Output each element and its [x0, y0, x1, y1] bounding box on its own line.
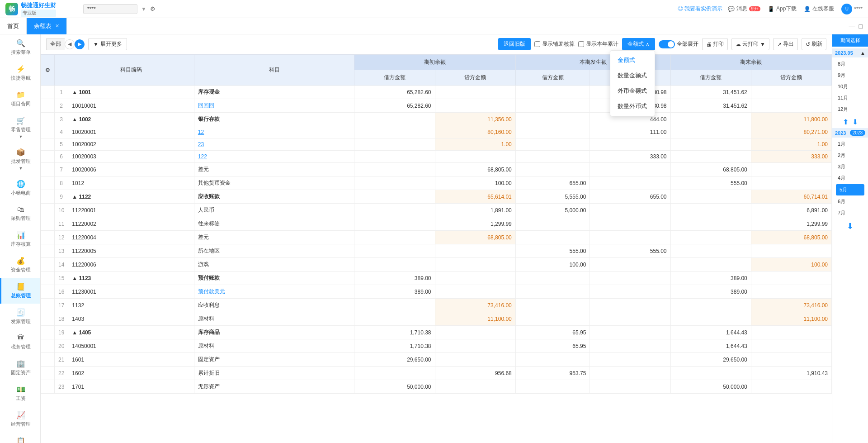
cloud-print-btn[interactable]: ☁ 云打印 ▼ — [731, 38, 769, 50]
online-service-btn[interactable]: 👤 在线客服 — [804, 5, 834, 13]
table-row[interactable]: 5 10020002 23 1.00 1.00 — [41, 138, 832, 151]
toolbar-left: 全部 ◀ ▶ ▼ 展开更多 — [46, 38, 495, 50]
cur-debit-cell — [515, 217, 590, 231]
table-row[interactable]: 15 ▲ 1123 预付账款 389.00 389.00 — [41, 272, 832, 285]
account-name-cell[interactable]: 122 — [194, 151, 354, 163]
table-row[interactable]: 13 11220005 所在地区 555.00 555.00 — [41, 244, 832, 258]
tab-close-icon[interactable]: ✕ — [55, 23, 59, 29]
month-jul[interactable]: 7月 — [834, 207, 866, 219]
table-row[interactable]: 7 10020006 差元 68,805.00 68,805.00 — [41, 163, 832, 176]
sidebar-item-ecommerce[interactable]: 🌐 小畅电商 — [0, 175, 40, 201]
account-name-cell[interactable]: 回回回 — [194, 99, 354, 113]
table-row[interactable]: 20 14050001 原材料 1,710.38 65.95 1,644.43 — [41, 339, 832, 353]
sidebar-item-inventory[interactable]: 📊 库存核算 — [0, 226, 40, 252]
month-jun[interactable]: 6月 — [834, 196, 866, 207]
table-row[interactable]: 22 1602 累计折旧 956.68 953.75 1,910.43 — [41, 367, 832, 380]
sidebar-item-accounting[interactable]: 📒 总账管理 — [0, 278, 40, 304]
cl-credit-cell — [751, 380, 831, 394]
settings-cell — [41, 272, 55, 285]
table-row[interactable]: 3 ▲ 1002 银行存款 11,356.00 444.00 11,800.00 — [41, 113, 832, 126]
table-row[interactable]: 19 ▲ 1405 库存商品 1,710.38 65.95 1,644.43 — [41, 326, 832, 339]
nav-prev-btn[interactable]: ◀ — [65, 39, 75, 49]
search-prefix[interactable]: 全部 — [46, 38, 65, 50]
nav-next-btn[interactable]: ▶ — [75, 39, 85, 49]
back-to-old-btn[interactable]: 退回旧版 — [498, 38, 531, 50]
month-mar[interactable]: 3月 — [834, 161, 866, 172]
month-item-11[interactable]: 11月 — [834, 92, 866, 104]
company-selector[interactable]: **** ▼ ⚙ — [83, 4, 672, 14]
op-credit-cell: 65,614.01 — [435, 190, 515, 204]
table-row[interactable]: 8 1012 其他货币资金 100.00 655.00 555.00 — [41, 176, 832, 190]
sidebar-item-operation[interactable]: 📈 经营管理 — [0, 406, 40, 432]
purchase-icon: 🛍 — [17, 205, 24, 214]
year-down-arrow[interactable]: ⬇ — [852, 118, 858, 126]
table-row[interactable]: 14 11220006 游戏 100.00 100.00 — [41, 258, 832, 272]
month-item-10[interactable]: 10月 — [834, 81, 866, 92]
tab-minimize-icon[interactable]: — — [849, 23, 855, 30]
message-btn[interactable]: 💬 消息 99+ — [728, 5, 760, 13]
table-row[interactable]: 11 11220002 往来标签 1,299.99 1,299.99 — [41, 217, 832, 231]
account-name-cell[interactable]: 12 — [194, 126, 354, 138]
mode-option-qty-foreign[interactable]: 数量外币式 — [610, 99, 655, 114]
table-row[interactable]: 4 10020001 12 80,160.00 111.00 80,271.00 — [41, 126, 832, 138]
sidebar-item-wholesale[interactable]: 📦 批发管理 ▼ — [0, 143, 40, 175]
month-item-12[interactable]: 12月 — [834, 104, 866, 115]
app-download-btn[interactable]: 📱 App下载 — [768, 5, 797, 13]
expand-btn[interactable]: ▼ 展开更多 — [88, 38, 127, 50]
export-btn[interactable]: ↗ 导出 — [773, 38, 798, 50]
mode-option-qty-amount[interactable]: 数量金额式 — [610, 68, 655, 83]
month-apr[interactable]: 4月 — [834, 172, 866, 184]
month-may[interactable]: 5月 — [836, 184, 864, 195]
month-jan[interactable]: 1月 — [834, 138, 866, 150]
table-row[interactable]: 17 1132 应收利息 73,416.00 73,416.00 — [41, 299, 832, 312]
table-row[interactable]: 16 11230001 预付款美元 389.00 389.00 — [41, 285, 832, 299]
refresh-btn[interactable]: ↺ 刷新 — [802, 38, 826, 50]
account-name-cell[interactable]: 23 — [194, 138, 354, 151]
show-aux-checkbox[interactable]: 显示辅助核算 — [534, 40, 575, 48]
table-row[interactable]: 6 10020003 122 333.00 333.00 — [41, 151, 832, 163]
company-dropdown-icon[interactable]: ▼ — [141, 6, 146, 12]
month-item-8[interactable]: 8月 — [834, 58, 866, 70]
sidebar-item-tax[interactable]: 🏛 税务管理 — [0, 329, 40, 355]
toggle-switch[interactable] — [659, 40, 675, 48]
account-name-cell[interactable]: 预付款美元 — [194, 285, 354, 299]
mode-option-amount[interactable]: 金额式 — [610, 52, 655, 68]
sidebar-item-invoice[interactable]: 🧾 发票管理 — [0, 304, 40, 329]
sidebar-item-quicknav[interactable]: ⚡ 快捷导航 — [0, 60, 40, 86]
table-row[interactable]: 21 1601 固定资产 29,650.00 29,650.00 — [41, 353, 832, 367]
cl-credit-cell — [751, 285, 831, 299]
user-avatar[interactable]: U **** — [841, 4, 863, 14]
table-row[interactable]: 12 11220004 差元 68,805.00 68,805.00 — [41, 231, 832, 244]
month-feb[interactable]: 2月 — [834, 150, 866, 161]
cl-debit-cell — [670, 126, 751, 138]
year-up-arrow[interactable]: ⬆ — [843, 118, 849, 126]
sidebar-item-search[interactable]: 🔍 搜索菜单 — [0, 34, 40, 60]
settings-cell — [41, 339, 55, 353]
settings-icon[interactable]: ⚙ — [150, 5, 156, 12]
sidebar-item-finance[interactable]: 💰 资金管理 — [0, 252, 40, 278]
tab-maximize-icon[interactable]: □ — [859, 23, 863, 30]
table-row[interactable]: 1 ▲ 1001 库存现金 65,282.60 33,830.98 31,451… — [41, 86, 832, 99]
sidebar-item-expense[interactable]: 📋 小畅报销 — [0, 432, 40, 443]
table-row[interactable]: 2 10010001 回回回 65,282.60 33,830.98 31,45… — [41, 99, 832, 113]
cl-credit-cell: 333.00 — [751, 151, 831, 163]
sidebar-item-fixed-assets[interactable]: 🏢 固定资产 — [0, 355, 40, 381]
table-row[interactable]: 10 11220001 人民币 1,891.00 5,000.00 6,891.… — [41, 204, 832, 217]
show-ytd-checkbox[interactable]: 显示本年累计 — [578, 40, 618, 48]
sidebar-item-project[interactable]: 📁 项目合同 — [0, 86, 40, 112]
tab-home[interactable]: 首页 — [0, 18, 27, 34]
sidebar-item-purchase[interactable]: 🛍 采购管理 — [0, 201, 40, 226]
mode-btn[interactable]: 金额式 ∧ — [622, 38, 655, 50]
expand-all-toggle[interactable]: 全部展开 — [659, 40, 698, 48]
sidebar-item-retail[interactable]: 🛒 零售管理 ▼ — [0, 112, 40, 143]
tab-balance[interactable]: 余额表 ✕ — [27, 18, 67, 34]
table-row[interactable]: 9 ▲ 1122 应收账款 65,614.01 5,555.00 655.00 … — [41, 190, 832, 204]
print-btn[interactable]: 🖨 打印 — [702, 38, 728, 50]
collapse-icon[interactable]: ⬇ — [847, 221, 854, 231]
table-row[interactable]: 23 1701 无形资产 50,000.00 50,000.00 — [41, 380, 832, 394]
demo-link[interactable]: ◎ 我要看实例演示 — [678, 5, 722, 13]
month-item-9[interactable]: 9月 — [834, 70, 866, 81]
sidebar-item-salary[interactable]: 💵 工资 — [0, 381, 40, 406]
mode-option-foreign-amount[interactable]: 外币金额式 — [610, 83, 655, 99]
table-row[interactable]: 18 1403 原材料 11,100.00 11,100.00 — [41, 312, 832, 326]
